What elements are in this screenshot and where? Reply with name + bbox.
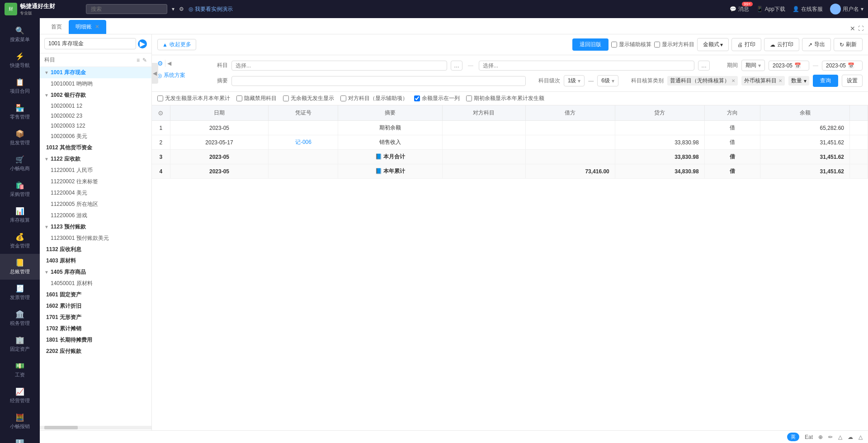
tree-item-10020006[interactable]: 10020006 美元: [40, 131, 151, 142]
search-dropdown-icon[interactable]: ▾: [172, 6, 175, 12]
print-btn[interactable]: 🖨 打印: [731, 38, 761, 51]
period-end-date[interactable]: 2023-05 📅: [822, 61, 863, 71]
search-btn[interactable]: 查询: [813, 75, 838, 87]
tag-quantity[interactable]: 数量 ▾: [788, 76, 809, 86]
tree-item-1012[interactable]: 1012 其他货币资金: [40, 142, 151, 153]
sidebar-item-xiaochang[interactable]: 🧮 小畅报销: [0, 409, 40, 434]
window-close-icon[interactable]: ✕: [850, 25, 855, 32]
sidebar-item-search[interactable]: 🔍 搜索菜单: [0, 22, 40, 48]
period-start-date[interactable]: 2023-05 📅: [769, 61, 809, 71]
lang-switch-btn[interactable]: 英: [787, 433, 799, 441]
tree-item-1702[interactable]: 1702 累计摊销: [40, 323, 151, 334]
show-assist-checkbox[interactable]: 显示辅助核算: [611, 41, 651, 48]
status-icon-5[interactable]: △: [859, 434, 863, 440]
balance-one-col-checkbox[interactable]: 余额显示在一列: [414, 95, 460, 102]
tree-item-2202[interactable]: 2202 应付账款: [40, 346, 151, 357]
subject-more-btn[interactable]: …: [451, 61, 462, 71]
sidebar-item-ecommerce[interactable]: 🛒 小畅电商: [0, 151, 40, 176]
sidebar-item-wages[interactable]: 💵 工资: [0, 357, 40, 383]
sidebar-item-wholesale[interactable]: 📦 批发管理: [0, 125, 40, 151]
tag-foreign[interactable]: 外币核算科目 ✕: [741, 76, 785, 86]
window-expand-icon[interactable]: ⛶: [858, 25, 863, 32]
query-settings-btn[interactable]: 设置: [842, 75, 863, 87]
subject-end-more-btn[interactable]: …: [698, 61, 710, 71]
search-input[interactable]: [86, 4, 167, 14]
sidebar-item-purchase[interactable]: 🛍️ 采购管理: [0, 176, 40, 202]
tree-item-11230001[interactable]: 11230001 预付账款美元: [40, 233, 151, 244]
settings-icon[interactable]: ⚙: [179, 6, 184, 12]
tree-item-14050001[interactable]: 14050001 原材料: [40, 278, 151, 289]
tree-item-1002[interactable]: ▼1002 银行存款: [40, 90, 151, 101]
initial-balance-checkbox[interactable]: 期初余额显示本年累计发生额: [466, 95, 544, 102]
subject-end-input[interactable]: [479, 61, 694, 71]
refresh-btn[interactable]: ↻ 刷新: [834, 38, 863, 51]
tree-item-1001[interactable]: ▼1001 库存现金: [40, 67, 151, 78]
sidebar-item-basics[interactable]: ℹ️ 基础信息: [0, 434, 40, 443]
return-old-version-btn[interactable]: 退回旧版: [572, 38, 609, 51]
status-icon-2[interactable]: ✏: [828, 434, 833, 440]
collapse-filter-btn[interactable]: ▲ 收起更多: [157, 39, 196, 50]
tab-close-icon[interactable]: ✕: [95, 24, 99, 30]
show-opposite-checkbox[interactable]: 显示对方科目: [654, 41, 694, 48]
level-end-select[interactable]: 6级 ▾: [597, 75, 618, 86]
tree-item-11220004[interactable]: 11220004 美元: [40, 187, 151, 199]
tab-home[interactable]: 首页: [44, 20, 69, 34]
online-service-button[interactable]: 👤 在线客服: [793, 5, 823, 13]
tree-item-11220002[interactable]: 11220002 往来标签: [40, 176, 151, 187]
cloud-print-btn[interactable]: ☁ 云打印: [764, 38, 799, 51]
status-icon-4[interactable]: ☁: [848, 434, 853, 440]
voucher-link[interactable]: 记-006: [295, 139, 311, 145]
fold-query-icon[interactable]: ◀: [167, 60, 171, 67]
tree-edit-icon[interactable]: ✎: [142, 57, 147, 63]
tree-item-1601[interactable]: 1601 固定资产: [40, 289, 151, 300]
no-balance-checkbox[interactable]: 无余额无发生显示: [283, 95, 334, 102]
tree-item-11220001[interactable]: 11220001 人民币: [40, 165, 151, 176]
tree-item-1123[interactable]: ▼1123 预付账款: [40, 221, 151, 233]
export-btn[interactable]: ↗ 导出: [802, 38, 831, 51]
subject-input[interactable]: [231, 61, 447, 71]
user-menu[interactable]: 用户名 ▾: [830, 4, 863, 14]
tree-item-1403[interactable]: 1403 原材料: [40, 255, 151, 267]
period-type-select[interactable]: 期间 ▾: [741, 60, 765, 71]
no-activity-checkbox[interactable]: 无发生额显示本月本年累计: [157, 95, 230, 102]
tag-ordinary-close[interactable]: ✕: [731, 78, 735, 83]
tree-item-1122[interactable]: ▼1122 应收款: [40, 153, 151, 165]
tree-item-1405[interactable]: ▼1405 库存商品: [40, 267, 151, 278]
tree-item-10010001[interactable]: 10010001 哟哟哟: [40, 78, 151, 90]
sidebar-item-project[interactable]: 📋 项目合同: [0, 73, 40, 99]
status-icon-1[interactable]: ⊕: [818, 434, 823, 440]
sidebar-item-retail[interactable]: 🏪 零售管理: [0, 99, 40, 125]
tag-ordinary[interactable]: 普通科目（无特殊核算） ✕: [667, 76, 738, 86]
level-start-select[interactable]: 1级 ▾: [564, 75, 585, 86]
tree-item-11220006[interactable]: 11220006 游戏: [40, 210, 151, 221]
table-settings-btn[interactable]: ⚙: [158, 110, 164, 117]
hide-disable-checkbox[interactable]: 隐藏禁用科目: [236, 95, 277, 102]
tab-detail[interactable]: 明细账 ✕: [69, 20, 106, 34]
opposite-subject-checkbox[interactable]: 对方科目（显示辅助项）: [340, 95, 408, 102]
tree-item-10020003[interactable]: 10020003 122: [40, 121, 151, 131]
sidebar-item-operations[interactable]: 📈 经营管理: [0, 383, 40, 409]
format-btn[interactable]: 金额式 ▾: [697, 38, 729, 51]
account-nav-arrow[interactable]: ▶: [138, 39, 147, 48]
summary-input[interactable]: [231, 76, 526, 86]
tree-item-11220005[interactable]: 11220005 所在地区: [40, 199, 151, 210]
sidebar-item-invoice[interactable]: 🧾 发票管理: [0, 280, 40, 305]
query-scheme-btn[interactable]: ◎ 系统方案: [157, 71, 203, 79]
messages-button[interactable]: 💬 消息 99+: [730, 5, 749, 13]
tree-item-10020001[interactable]: 10020001 12: [40, 101, 151, 111]
tag-foreign-close[interactable]: ✕: [778, 78, 782, 83]
current-account-selector[interactable]: 1001 库存现金: [44, 38, 136, 49]
demo-link[interactable]: ◎ 我要看实例演示: [189, 5, 233, 13]
status-icon-3[interactable]: △: [838, 434, 842, 440]
tree-item-1132[interactable]: 1132 应收利息: [40, 244, 151, 255]
app-download-button[interactable]: 📱 App下载: [756, 5, 785, 13]
tree-item-1701[interactable]: 1701 无形资产: [40, 312, 151, 323]
sidebar-item-inventory[interactable]: 📊 库存核算: [0, 202, 40, 228]
sidebar-item-tax[interactable]: 🏛️ 税务管理: [0, 305, 40, 331]
sidebar-item-quick[interactable]: ⚡ 快捷导航: [0, 48, 40, 73]
tree-item-1602[interactable]: 1602 累计折旧: [40, 300, 151, 312]
tree-list-icon[interactable]: ≡: [137, 57, 140, 63]
tree-item-1801[interactable]: 1801 长期待摊费用: [40, 334, 151, 346]
sidebar-item-finance[interactable]: 💰 资金管理: [0, 228, 40, 254]
sidebar-item-assets[interactable]: 🏢 固定资产: [0, 331, 40, 357]
